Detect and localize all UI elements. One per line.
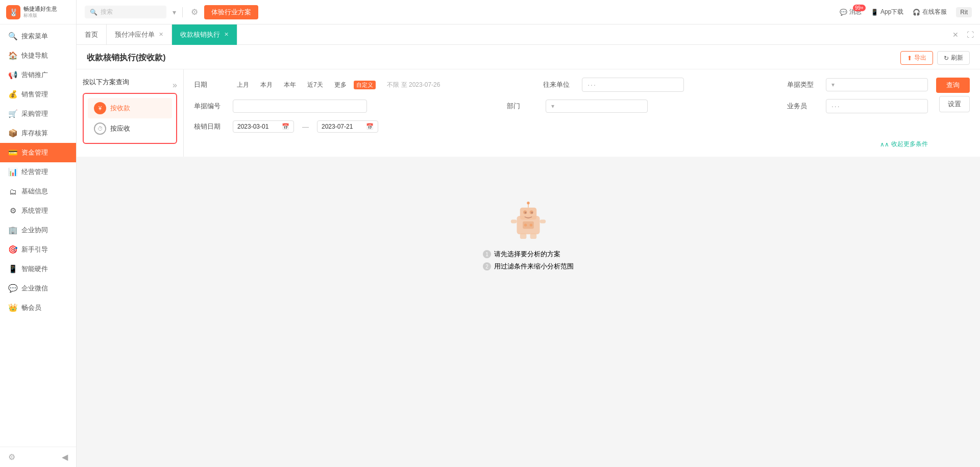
dropdown-arrow-icon[interactable]: ▾: [173, 8, 176, 16]
header-search-box[interactable]: 🔍 搜索: [85, 6, 166, 18]
date-this-month[interactable]: 本月: [256, 80, 277, 90]
query-actions: 查询 设置: [928, 78, 970, 149]
sidebar-item-marketing[interactable]: 📢 营销推广: [0, 65, 76, 85]
date-no-limit-area: 不限 至 2023-07-26: [387, 81, 440, 89]
date-range-separator: —: [302, 123, 309, 131]
user-avatar[interactable]: Rit: [956, 7, 972, 17]
tab-prepayment[interactable]: 预付冲应付单 ✕: [107, 24, 172, 45]
counterparty-select[interactable]: ···: [582, 78, 684, 92]
calendar-end-icon[interactable]: 📅: [366, 123, 374, 130]
tab-home[interactable]: 首页: [77, 24, 107, 45]
inventory-icon: 📦: [8, 129, 17, 138]
sidebar-menu: 🔍 搜索菜单 🏠 快捷导航 📢 营销推广 💰 销售管理 🛒 采购管理 📦 库存核…: [0, 24, 76, 447]
refresh-button[interactable]: ↻ 刷新: [937, 51, 970, 65]
dept-select[interactable]: ▾: [546, 100, 648, 113]
writeoff-date-start-input[interactable]: 2023-03-01 📅: [233, 120, 294, 133]
sidebar-label-operations: 经营管理: [21, 167, 48, 177]
writeoff-end-value: 2023-07-21: [322, 123, 353, 130]
service-label: 在线客服: [922, 8, 947, 16]
close-tab-icon[interactable]: ✕: [950, 29, 961, 41]
page-title: 收款核销执行(按收款): [87, 53, 166, 63]
sidebar-label-sales: 销售管理: [21, 90, 48, 99]
filter-option-by-receipt[interactable]: ¥ 按收款: [88, 98, 172, 118]
sales-icon: 💰: [8, 90, 17, 99]
online-service-button[interactable]: 🎧 在线客服: [913, 8, 947, 16]
empty-tip-2: 2 用过滤条件来缩小分析范围: [483, 262, 574, 271]
app-download-button[interactable]: 📱 App下载: [871, 8, 903, 16]
settings-icon[interactable]: ⚙: [8, 452, 15, 462]
page-content: 收款核销执行(按收款) ⬆ 导出 ↻ 刷新 按以下方案查询 »: [77, 45, 980, 467]
hardware-icon: 📱: [8, 264, 17, 274]
header-right-area: 💬 消息 99+ 📱 App下载 🎧 在线客服 Rit: [840, 7, 972, 17]
sidebar-item-finance[interactable]: 💳 资金管理: [0, 143, 76, 162]
filter-panel: 按以下方案查询 » ¥ 按收款 ⏱ 按应收: [77, 69, 980, 157]
sidebar-item-inventory[interactable]: 📦 库存核算: [0, 124, 76, 143]
sidebar-item-sales[interactable]: 💰 销售管理: [0, 85, 76, 104]
date-shortcuts: 上月 本月 本年 近7天 更多 自定义: [233, 80, 376, 90]
tab-collection[interactable]: 收款核销执行 ✕: [172, 24, 237, 45]
sidebar-item-basicinfo[interactable]: 🗂 基础信息: [0, 182, 76, 201]
logo-area: 🐰 畅捷通好生意 标准版: [0, 0, 76, 24]
guide-icon: 🎯: [8, 245, 17, 254]
filter-scheme-title: 按以下方案查询: [83, 78, 129, 87]
message-badge: 99+: [853, 5, 866, 11]
sidebar-item-member[interactable]: 👑 畅会员: [0, 298, 76, 317]
settings-button[interactable]: 设置: [939, 96, 970, 112]
collapse-more-btn[interactable]: ∧∧ 收起更多条件: [194, 140, 928, 149]
sidebar-item-system[interactable]: ⚙ 系统管理: [0, 201, 76, 220]
date-last-7-days[interactable]: 近7天: [303, 80, 327, 90]
date-this-year[interactable]: 本年: [280, 80, 300, 90]
sidebar-item-hardware[interactable]: 📱 智能硬件: [0, 259, 76, 279]
logo-name: 畅捷通好生意: [23, 5, 57, 12]
collapse-sidebar-icon[interactable]: ◀: [62, 452, 68, 462]
sidebar-bottom: ⚙ ◀: [0, 447, 76, 467]
sidebar-item-search[interactable]: 🔍 搜索菜单: [0, 27, 76, 46]
sidebar-label-marketing: 营销推广: [21, 70, 48, 80]
sidebar-label-guide: 新手引导: [21, 245, 48, 254]
tip-num-2: 2: [483, 262, 491, 271]
doc-no-input[interactable]: [233, 100, 367, 113]
writeoff-date-label: 核销日期: [194, 122, 225, 131]
prepayment-tab-close-icon[interactable]: ✕: [159, 31, 163, 38]
export-button[interactable]: ⬆ 导出: [900, 51, 933, 65]
date-last-month[interactable]: 上月: [233, 80, 253, 90]
filter-row-3: 核销日期 2023-03-01 📅 — 2023-07-21 📅: [194, 120, 928, 133]
filter-row-2: 单据编号 部门 ▾ 业务员 ···: [194, 99, 928, 113]
date-more[interactable]: 更多: [330, 80, 351, 90]
calendar-start-icon[interactable]: 📅: [282, 123, 289, 130]
solution-button[interactable]: 体验行业方案: [204, 5, 258, 19]
staff-select[interactable]: ···: [826, 99, 928, 113]
sidebar-item-quicknav[interactable]: 🏠 快捷导航: [0, 46, 76, 65]
expand-tab-icon[interactable]: ⛶: [965, 29, 976, 41]
logo-icon: 🐰: [6, 5, 20, 19]
page-header: 收款核销执行(按收款) ⬆ 导出 ↻ 刷新: [77, 45, 980, 69]
message-button[interactable]: 💬 消息 99+: [840, 8, 862, 16]
svg-point-5: [531, 212, 533, 214]
collection-tab-close-icon[interactable]: ✕: [224, 31, 229, 38]
gear-icon[interactable]: ⚙: [191, 7, 198, 17]
sidebar-item-enterprise[interactable]: 🏢 企业协同: [0, 220, 76, 240]
sidebar-label-hardware: 智能硬件: [21, 264, 48, 274]
no-limit-label: 不限: [387, 81, 399, 89]
filter-option-by-receivable[interactable]: ⏱ 按应收: [88, 118, 172, 139]
sidebar-item-operations[interactable]: 📊 经营管理: [0, 162, 76, 182]
scheme-collapse-icon[interactable]: »: [173, 81, 177, 90]
svg-rect-8: [511, 219, 517, 223]
receivable-option-icon: ⏱: [94, 122, 106, 135]
collapse-more-label: 收起更多条件: [891, 140, 928, 149]
sidebar-item-wechat[interactable]: 💬 企业微信: [0, 279, 76, 298]
writeoff-date-end-input[interactable]: 2023-07-21 📅: [317, 120, 378, 133]
query-button[interactable]: 查询: [936, 78, 970, 93]
receivable-option-label: 按应收: [110, 124, 130, 133]
empty-illustration: [505, 198, 551, 243]
date-label: 日期: [194, 80, 225, 89]
main-area: 🔍 搜索 ▾ ⚙ 体验行业方案 💬 消息 99+ 📱 App下载 🎧 在线客服 …: [77, 0, 980, 467]
sidebar-item-guide[interactable]: 🎯 新手引导: [0, 240, 76, 259]
sidebar-item-purchase[interactable]: 🛒 采购管理: [0, 104, 76, 124]
finance-icon: 💳: [8, 148, 17, 157]
counterparty-dots: ···: [587, 81, 597, 89]
dept-label: 部门: [507, 102, 537, 111]
empty-tip-1: 1 请先选择要分析的方案: [483, 250, 574, 259]
doc-type-select[interactable]: ▾: [826, 78, 928, 91]
empty-tips: 1 请先选择要分析的方案 2 用过滤条件来缩小分析范围: [483, 250, 574, 274]
